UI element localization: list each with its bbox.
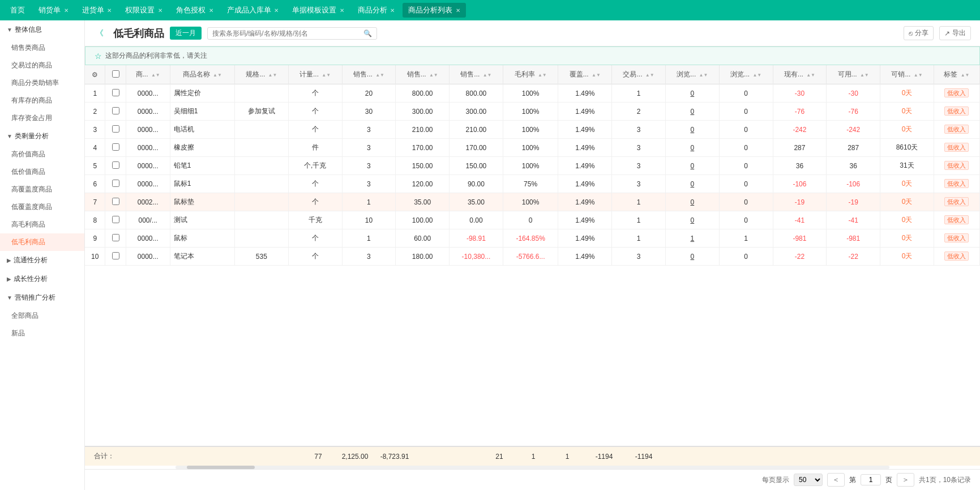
next-page-button[interactable]: ＞ xyxy=(897,473,914,487)
select-all-checkbox[interactable] xyxy=(112,70,119,78)
col-spec[interactable]: 规格... ▲▼ xyxy=(234,65,288,84)
row-checkbox-cell[interactable] xyxy=(105,229,126,248)
row-checkbox-cell[interactable] xyxy=(105,157,126,175)
nav-close-product[interactable]: ✕ xyxy=(274,7,279,14)
row-views1[interactable]: 0 xyxy=(665,139,719,157)
nav-role-auth[interactable]: 角色授权 ✕ xyxy=(170,3,219,18)
row-checkbox-cell[interactable] xyxy=(105,103,126,121)
sidebar-item-category-rate[interactable]: 商品分类助销率 xyxy=(0,74,84,92)
row-checkbox[interactable] xyxy=(112,180,119,187)
row-checkbox[interactable] xyxy=(112,161,119,169)
row-checkbox[interactable] xyxy=(112,107,119,114)
nav-close-role[interactable]: ✕ xyxy=(209,7,213,14)
row-checkbox[interactable] xyxy=(112,125,119,133)
nav-home[interactable]: 首页 xyxy=(5,3,31,18)
sidebar-item-traded-goods[interactable]: 交易过的商品 xyxy=(0,57,84,74)
col-trade[interactable]: 交易... ▲▼ xyxy=(612,65,666,84)
row-views1[interactable]: 0 xyxy=(665,121,719,139)
col-coverage[interactable]: 覆盖... ▲▼ xyxy=(558,65,612,84)
col-code[interactable]: 商... ▲▼ xyxy=(126,65,170,84)
col-tag[interactable]: 标签 ▲▼ xyxy=(934,65,979,84)
row-checkbox[interactable] xyxy=(112,143,119,151)
nav-close-permissions[interactable]: ✕ xyxy=(158,7,162,14)
col-sales-qty[interactable]: 销售... ▲▼ xyxy=(342,65,396,84)
nav-close-template[interactable]: ✕ xyxy=(340,7,344,14)
nav-product-analysis-list[interactable]: 商品分析列表 ✕ xyxy=(403,3,466,18)
sidebar-item-high-coverage[interactable]: 高覆盖度商品 xyxy=(0,181,84,198)
nav-close-sales[interactable]: ✕ xyxy=(64,7,69,14)
row-views1[interactable]: 0 xyxy=(665,157,719,175)
row-checkbox[interactable] xyxy=(112,234,119,241)
col-current-stock[interactable]: 现有... ▲▼ xyxy=(773,65,827,84)
row-unit: 个 xyxy=(288,248,342,266)
col-views2[interactable]: 浏览... ▲▼ xyxy=(719,65,773,84)
row-views1[interactable]: 0 xyxy=(665,175,719,193)
sidebar-group-growth[interactable]: ▶ 成长性分析 xyxy=(0,270,84,288)
row-views1[interactable]: 1 xyxy=(665,229,719,248)
sidebar-group-marketing[interactable]: ▼ 营销推广分析 xyxy=(0,288,84,307)
tag-low-income: 低收入 xyxy=(944,233,969,242)
nav-product-analysis[interactable]: 商品分析 ✕ xyxy=(352,3,401,18)
sidebar-item-high-margin[interactable]: 高毛利商品 xyxy=(0,216,84,233)
sidebar-group-overall[interactable]: ▼ 整体信息 xyxy=(0,20,84,39)
row-checkbox[interactable] xyxy=(112,89,119,96)
row-views1[interactable]: 0 xyxy=(665,84,719,103)
row-checkbox[interactable] xyxy=(112,198,119,205)
row-checkbox-cell[interactable] xyxy=(105,139,126,157)
nav-template-settings[interactable]: 单据模板设置 ✕ xyxy=(286,3,350,18)
row-checkbox-cell[interactable] xyxy=(105,84,126,103)
sidebar-item-in-stock[interactable]: 有库存的商品 xyxy=(0,92,84,109)
col-gross-margin[interactable]: 毛利率 ▲▼ xyxy=(503,65,558,84)
row-checkbox-cell[interactable] xyxy=(105,175,126,193)
row-code: 0002... xyxy=(126,193,170,211)
row-checkbox-cell[interactable] xyxy=(105,211,126,229)
sidebar-group-liquidity[interactable]: ▶ 流通性分析 xyxy=(0,251,84,270)
col-saleable[interactable]: 可销... ▲▼ xyxy=(880,65,934,84)
search-input[interactable] xyxy=(212,29,363,37)
row-checkbox-cell[interactable] xyxy=(105,121,126,139)
row-views1[interactable]: 0 xyxy=(665,211,719,229)
col-unit[interactable]: 计量... ▲▼ xyxy=(288,65,342,84)
sidebar-item-new-goods[interactable]: 新品 xyxy=(0,325,84,342)
row-checkbox[interactable] xyxy=(112,252,119,259)
sidebar-item-low-value[interactable]: 低价值商品 xyxy=(0,163,84,181)
row-views1[interactable]: 0 xyxy=(665,193,719,211)
row-checkbox[interactable] xyxy=(112,216,119,223)
sidebar-item-sales-goods[interactable]: 销售类商品 xyxy=(0,39,84,57)
sidebar-item-capital[interactable]: 库存资金占用 xyxy=(0,109,84,127)
tag-low-income: 低收入 xyxy=(944,88,969,97)
page-size-select[interactable]: 50 100 xyxy=(794,474,823,486)
nav-product-entry[interactable]: 产成品入库单 ✕ xyxy=(221,3,285,18)
col-name[interactable]: 商品名称 ▲▼ xyxy=(170,65,234,84)
nav-sales-order[interactable]: 销货单 ✕ xyxy=(33,3,74,18)
sort-icon-profit: ▲▼ xyxy=(483,73,492,78)
nav-close-purchase[interactable]: ✕ xyxy=(107,7,112,14)
sidebar-item-low-margin[interactable]: 低毛利商品 xyxy=(0,233,84,251)
col-views1[interactable]: 浏览... ▲▼ xyxy=(665,65,719,84)
nav-close-analysis-list[interactable]: ✕ xyxy=(456,7,460,14)
col-sales-amount[interactable]: 销售... ▲▼ xyxy=(396,65,450,84)
export-button[interactable]: ↗ 导出 xyxy=(939,26,971,40)
collapse-button[interactable]: 《 xyxy=(94,28,105,39)
nav-permissions[interactable]: 权限设置 ✕ xyxy=(119,3,168,18)
row-checkbox-cell[interactable] xyxy=(105,193,126,211)
filter-period-button[interactable]: 近一月 xyxy=(170,27,202,40)
col-sales-profit[interactable]: 销售... ▲▼ xyxy=(450,65,503,84)
sidebar-item-high-value[interactable]: 高价值商品 xyxy=(0,146,84,163)
nav-close-analysis[interactable]: ✕ xyxy=(390,7,395,14)
sidebar-group-quantity[interactable]: ▼ 类剩量分析 xyxy=(0,127,84,146)
nav-purchase-order[interactable]: 进货单 ✕ xyxy=(76,3,118,18)
share-button[interactable]: ⎋ 分享 xyxy=(904,26,934,40)
search-icon[interactable]: 🔍 xyxy=(363,29,372,37)
row-checkbox-cell[interactable] xyxy=(105,248,126,266)
col-settings[interactable]: ⚙ xyxy=(85,65,105,84)
prev-page-button[interactable]: ＜ xyxy=(827,473,845,487)
sidebar-item-all-goods[interactable]: 全部商品 xyxy=(0,307,84,325)
page-number-input[interactable] xyxy=(861,474,881,485)
row-views1[interactable]: 0 xyxy=(665,103,719,121)
row-coverage: 1.49% xyxy=(558,139,612,157)
col-checkbox[interactable] xyxy=(105,65,126,84)
sidebar-item-low-coverage[interactable]: 低覆盖度商品 xyxy=(0,198,84,216)
col-available[interactable]: 可用... ▲▼ xyxy=(827,65,880,84)
row-views1[interactable]: 0 xyxy=(665,248,719,266)
